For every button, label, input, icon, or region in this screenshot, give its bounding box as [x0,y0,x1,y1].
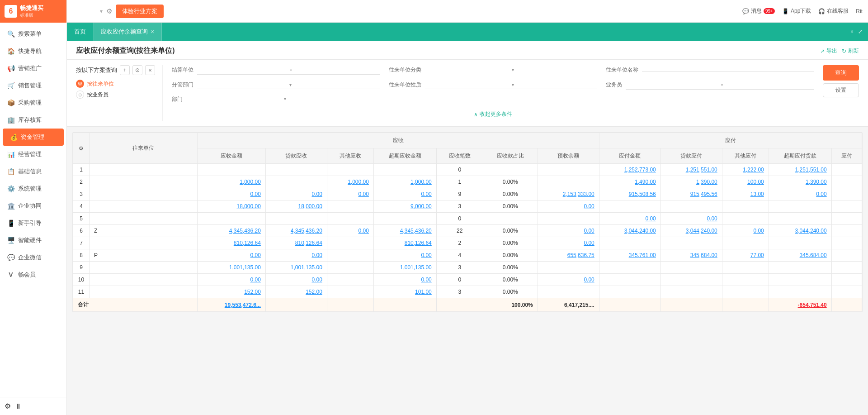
solution-button[interactable]: 体验行业方案 [116,5,164,18]
sidebar-item-member[interactable]: V 畅会员 [0,266,66,283]
window-close-icon[interactable]: × [850,29,854,35]
total-ar-amount[interactable]: 19,553,472,6... [197,298,265,312]
sidebar-item-finance[interactable]: 💰 资金管理 [3,129,64,146]
settings-button[interactable]: 设置 [823,83,859,97]
sidebar-item-basic[interactable]: 📋 基础信息 [0,163,66,180]
table-row: 418,000.0018,000.009,000.0030.00%0.00 [73,200,862,213]
filter-option-by-staff[interactable]: ⊙ 按业务员 [76,91,155,99]
edit-filter-button[interactable]: ⊙ [132,65,142,75]
guide-icon: 📱 [7,219,14,227]
sidebar-item-guide[interactable]: 📱 新手引导 [0,215,66,232]
collapse-row: ∧ 收起更多条件 [172,108,814,121]
inventory-icon: 🏢 [7,116,14,124]
app-download-button[interactable]: 📱 App下载 [782,7,811,15]
sidebar-item-label: 企业协同 [18,202,42,210]
logo-area: 6 畅捷通买 标准版 [0,0,66,23]
sidebar-item-business[interactable]: 📊 经营管理 [0,146,66,163]
filter-label: 按以下方案查询 [76,66,117,74]
refresh-icon: ↻ [842,48,846,54]
staff-option-icon: ⊙ [76,91,84,99]
sidebar-bottom: ⚙ ⏸ [0,397,66,415]
search-icon: 🔍 [7,30,14,38]
sidebar-item-label: 资金管理 [21,133,44,141]
topbar: — — — — ▾ ⚙ 体验行业方案 💬 消息 99+ 📱 App下载 🎧 在线… [67,0,868,23]
sidebar-item-hardware[interactable]: 🖥️ 智能硬件 [0,232,66,249]
sidebar-item-label: 畅会员 [18,271,36,279]
sidebar-item-label: 新手引导 [18,219,42,227]
download-icon: 📱 [782,8,789,14]
sidebar-item-quicknav[interactable]: 🏠 快捷导航 [0,43,66,60]
sidebar-item-wechat[interactable]: 💬 企业微信 [0,249,66,266]
th-settings[interactable]: ⚙ [73,133,90,164]
filter-option-by-unit-label: 按往来单位 [87,80,114,88]
sidebar-item-purchase[interactable]: 📦 采购管理 [0,94,66,111]
app-download-label: App下载 [791,7,811,15]
chevron-down-icon[interactable]: ▾ [100,8,103,14]
nav-path: — — — — [72,9,96,14]
sidebar-item-search[interactable]: 🔍 搜索菜单 [0,25,66,43]
collapse-label: 收起更多条件 [480,110,512,118]
sidebar-item-system[interactable]: ⚙️ 系统管理 [0,180,66,197]
tab-home[interactable]: 首页 [67,23,94,41]
basic-icon: 📋 [7,168,14,175]
settlement-unit-input[interactable]: ··· [197,65,380,75]
tab-home-label: 首页 [74,28,86,36]
export-button[interactable]: ↗ 导出 [820,47,837,55]
user-avatar[interactable]: Rit [856,8,863,14]
settings-gear-icon[interactable]: ⚙ [5,402,11,410]
member-icon: V [7,271,14,278]
gear-btn[interactable]: ⚙ [106,7,112,15]
th-ar-count: 应收笔数 [436,148,483,164]
messages-button[interactable]: 💬 消息 99+ [742,7,775,15]
refresh-button[interactable]: ↻ 刷新 [842,47,859,55]
add-filter-button[interactable]: + [120,65,130,75]
wechat-icon: 💬 [7,254,14,261]
unit-category-select[interactable]: ▾ [425,66,597,74]
tab-close-icon[interactable]: × [151,28,154,35]
sidebar-item-corp[interactable]: 🏛️ 企业协同 [0,197,66,215]
collapse-button[interactable]: ∧ 收起更多条件 [474,110,512,118]
unit-category-label: 往来单位分类 [389,66,421,74]
sidebar-item-marketing[interactable]: 📢 营销推广 [0,60,66,77]
message-badge: 99+ [764,8,775,14]
salesperson-input[interactable]: ··· [626,80,814,90]
sidebar-item-inventory[interactable]: 🏢 库存核算 [0,111,66,129]
collapse-filter-button[interactable]: « [145,65,155,75]
th-ap-loan: 贷款应付 [660,148,722,164]
settlement-unit-label: 结算单位 [172,66,193,74]
topbar-left: — — — — ▾ ⚙ 体验行业方案 [72,5,738,18]
sidebar-item-label: 营销推广 [18,64,42,72]
dots-icon2: ··· [721,81,812,88]
tab-receivable-query[interactable]: 应收应付余额查询 × [94,23,162,41]
chevron-down-icon: ▾ [512,67,595,72]
total-ar-ratio: 100.00% [483,298,538,312]
total-ap-overdue[interactable]: -654,751.40 [769,298,831,312]
logo-icon: 6 [5,5,17,18]
th-ap-extra: 应付 [831,148,862,164]
sidebar-item-label: 经营管理 [18,150,42,158]
unit-nature-select[interactable]: ▾ [425,81,597,89]
total-ap-loan [660,298,722,312]
window-expand-icon[interactable]: ⤢ [858,29,863,35]
filter-area: 按以下方案查询 + ⊙ « W 按往来单位 ⊙ 按业务员 [67,60,868,127]
purchase-icon: 📦 [7,99,14,106]
query-button[interactable]: 查询 [823,65,859,81]
total-ar-loan [265,298,327,312]
sidebar-item-sales[interactable]: 🛒 销售管理 [0,77,66,94]
sidebar-item-label: 智能硬件 [18,236,42,244]
online-service-button[interactable]: 🎧 在线客服 [818,7,849,15]
sidebar-item-label: 系统管理 [18,185,42,193]
topbar-right: 💬 消息 99+ 📱 App下载 🎧 在线客服 Rit [742,7,863,15]
total-ar-overdue [373,298,436,312]
collapse-icon[interactable]: ⏸ [14,402,22,410]
app-version: 标准版 [20,12,43,19]
filter-option-by-unit[interactable]: W 按往来单位 [76,80,155,88]
department-select[interactable]: ▾ [186,95,380,103]
unit-name-input[interactable] [642,68,814,72]
th-receivable-group: 应收 [197,133,599,148]
th-ap-other: 其他应付 [722,148,769,164]
table-row: 11152.00152.00101.0030.00% [73,286,862,298]
collapse-arrow-icon: ∧ [474,111,478,118]
branch-dept-select[interactable]: ▾ [197,81,380,89]
total-ap-amount [599,298,660,312]
